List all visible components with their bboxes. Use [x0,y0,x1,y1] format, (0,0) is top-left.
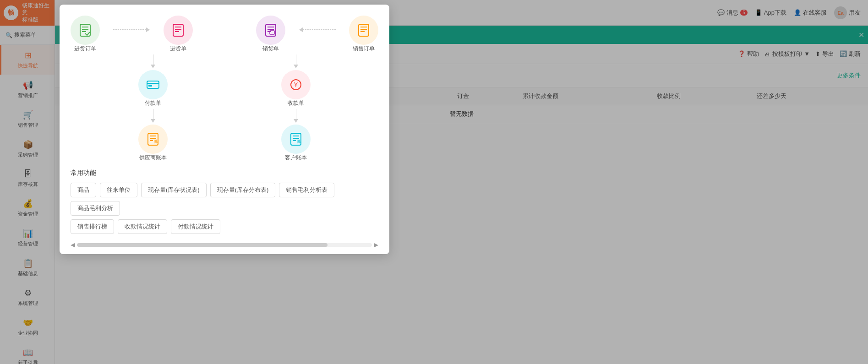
common-buttons-group: 商品 往来单位 现存量(库存状况表) 现存量(库存分布表) 销售毛利分析表 商品… [71,183,378,216]
arrow-down-receipt [294,109,298,123]
overlay[interactable]: 进货订单 进货单 [55,0,868,364]
supplier-ledger-icon: 账 [138,125,168,154]
svg-rect-17 [147,81,159,88]
customer-ledger-node: 账 客户账本 [281,125,311,162]
arrow-purchase-to-bill [113,27,150,32]
common-functions-title: 常用功能 [71,169,378,177]
receipt-bill-label: 收款单 [288,99,304,107]
supplier-ledger-node: 账 供应商账本 [138,125,168,162]
purchase-bill-label: 进货单 [170,45,186,53]
payment-bill-icon [138,70,168,99]
sales-order-icon [349,16,378,45]
svg-text:账: 账 [297,139,301,144]
purchase-bill-icon [164,16,193,45]
svg-rect-13 [359,24,369,36]
payment-bill-node: 付款单 [138,70,168,107]
common-functions-section: 常用功能 商品 往来单位 现存量(库存状况表) 现存量(库存分布表) 销售毛利分… [71,169,378,234]
receipt-bill-icon: ¥ [281,70,311,99]
scroll-left-icon[interactable]: ◀ [71,241,75,248]
common-btn-stock-dist[interactable]: 现存量(库存分布表) [210,183,276,197]
flow-diagram: 进货订单 进货单 [71,16,378,169]
sales-bill-label: 销货单 [262,45,279,53]
popup-scrollbar: ◀ ▶ [71,241,378,248]
main-area: 装备及固定资产辅助管理系统 ▼ ⚙ 体验行业方案 💬 消息 5 📱 App下载 … [55,0,868,364]
common-btn-product-margin[interactable]: 商品毛利分析 [71,201,120,216]
purchase-order-node: 进货订单 [71,16,100,53]
customer-ledger-label: 客户账本 [285,154,307,162]
customer-ledger-icon: 账 [281,125,311,154]
common-btn-counterpart[interactable]: 往来单位 [100,183,137,197]
common-btn-sales-margin[interactable]: 销售毛利分析表 [279,183,334,197]
purchase-order-label: 进货订单 [74,45,96,53]
scroll-right-icon[interactable]: ▶ [374,241,378,248]
sales-bill-icon [256,16,285,45]
common-btn-product[interactable]: 商品 [71,183,96,197]
sales-order-label: 销售订单 [353,45,375,53]
sales-order-node: 销售订单 [349,16,378,53]
payment-bill-label: 付款单 [145,99,161,107]
svg-text:账: 账 [154,139,158,144]
arrow-sales-order-to-bill [299,27,336,32]
common-btn-stock-status[interactable]: 现存量(库存状况表) [141,183,207,197]
purchase-bill-node: 进货单 [164,16,193,53]
svg-rect-4 [173,24,183,36]
sales-bill-node: 销货单 [256,16,285,53]
svg-text:¥: ¥ [294,81,298,88]
svg-rect-19 [148,85,152,87]
svg-rect-0 [80,24,90,36]
arrow-down-sales [294,54,298,68]
popup: 进货订单 进货单 [60,5,389,254]
common-buttons-group-2: 销售排行榜 收款情况统计 付款情况统计 [71,219,378,234]
scroll-thumb [77,243,328,247]
arrow-down-purchase [151,54,155,68]
common-btn-sales-rank[interactable]: 销售排行榜 [71,219,114,234]
common-btn-payment-stats[interactable]: 付款情况统计 [171,219,220,234]
purchase-order-icon [71,16,100,45]
supplier-ledger-label: 供应商账本 [139,154,167,162]
arrow-down-payment [151,109,155,123]
receipt-bill-node: ¥ 收款单 [281,70,311,107]
common-btn-receipt-stats[interactable]: 收款情况统计 [118,219,167,234]
